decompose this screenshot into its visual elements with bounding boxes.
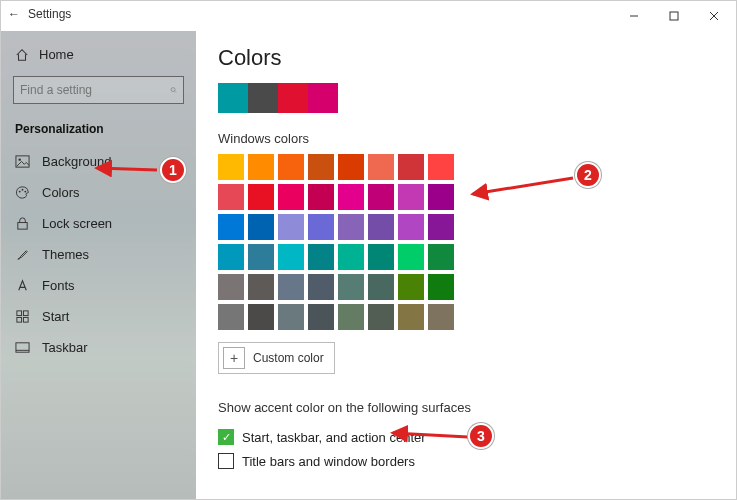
back-button[interactable]: ← [8, 7, 20, 21]
sidebar-item-start[interactable]: Start [1, 301, 196, 332]
color-swatch[interactable] [218, 274, 244, 300]
custom-color-button[interactable]: + Custom color [218, 342, 335, 374]
color-swatch[interactable] [218, 244, 244, 270]
color-swatch[interactable] [368, 304, 394, 330]
font-icon [15, 278, 30, 293]
color-swatch[interactable] [338, 214, 364, 240]
color-swatch[interactable] [248, 244, 274, 270]
checkbox-label: Title bars and window borders [242, 454, 415, 469]
close-button[interactable] [694, 2, 734, 30]
color-swatch[interactable] [398, 184, 424, 210]
svg-rect-15 [23, 317, 28, 322]
recent-color-swatch[interactable] [278, 83, 308, 113]
svg-line-20 [393, 433, 468, 437]
color-swatch[interactable] [368, 154, 394, 180]
color-swatch[interactable] [248, 304, 274, 330]
annotation-arrow-2 [468, 172, 578, 206]
svg-rect-12 [17, 311, 22, 316]
color-swatch[interactable] [428, 214, 454, 240]
svg-rect-14 [17, 317, 22, 322]
color-swatch[interactable] [278, 244, 304, 270]
color-swatch[interactable] [368, 214, 394, 240]
checkbox[interactable] [218, 429, 234, 445]
brush-icon [15, 247, 30, 262]
checkbox-row[interactable]: Title bars and window borders [218, 449, 714, 473]
sidebar-item-themes[interactable]: Themes [1, 239, 196, 270]
annotation-badge-3: 3 [468, 423, 494, 449]
color-swatch[interactable] [398, 214, 424, 240]
color-swatch[interactable] [308, 244, 334, 270]
color-swatch[interactable] [338, 304, 364, 330]
color-swatch[interactable] [308, 184, 334, 210]
color-swatch[interactable] [428, 154, 454, 180]
titlebar [1, 1, 736, 31]
color-swatch[interactable] [368, 274, 394, 300]
palette-icon [15, 185, 30, 200]
sidebar: Home Personalization BackgroundColorsLoc… [1, 31, 196, 499]
color-swatch[interactable] [278, 214, 304, 240]
windows-colors-label: Windows colors [218, 131, 714, 146]
color-swatch[interactable] [278, 184, 304, 210]
color-swatch[interactable] [368, 184, 394, 210]
sidebar-item-label: Lock screen [42, 216, 112, 231]
svg-line-18 [97, 168, 157, 170]
color-swatch[interactable] [248, 154, 274, 180]
window-title: Settings [28, 7, 71, 21]
sidebar-item-label: Colors [42, 185, 80, 200]
color-swatch[interactable] [278, 274, 304, 300]
annotation-badge-2: 2 [575, 162, 601, 188]
home-icon [15, 48, 29, 62]
color-swatch[interactable] [338, 244, 364, 270]
color-swatch[interactable] [338, 154, 364, 180]
color-grid [218, 154, 454, 330]
color-swatch[interactable] [308, 154, 334, 180]
color-swatch[interactable] [398, 304, 424, 330]
color-swatch[interactable] [338, 184, 364, 210]
search-icon [170, 83, 177, 97]
color-swatch[interactable] [428, 184, 454, 210]
color-swatch[interactable] [308, 304, 334, 330]
checkbox[interactable] [218, 453, 234, 469]
color-swatch[interactable] [278, 154, 304, 180]
surfaces-header: Show accent color on the following surfa… [218, 400, 714, 415]
annotation-arrow-3 [388, 425, 473, 449]
minimize-button[interactable] [614, 2, 654, 30]
annotation-badge-1: 1 [160, 157, 186, 183]
color-swatch[interactable] [218, 154, 244, 180]
recent-colors [218, 83, 714, 113]
sidebar-item-taskbar[interactable]: Taskbar [1, 332, 196, 363]
color-swatch[interactable] [308, 214, 334, 240]
color-swatch[interactable] [368, 244, 394, 270]
lock-icon [15, 216, 30, 231]
color-swatch[interactable] [398, 244, 424, 270]
color-swatch[interactable] [218, 184, 244, 210]
color-swatch[interactable] [428, 304, 454, 330]
color-swatch[interactable] [308, 274, 334, 300]
color-swatch[interactable] [278, 304, 304, 330]
color-swatch[interactable] [428, 274, 454, 300]
sidebar-item-label: Start [42, 309, 69, 324]
color-swatch[interactable] [248, 214, 274, 240]
color-swatch[interactable] [248, 184, 274, 210]
sidebar-item-label: Taskbar [42, 340, 88, 355]
svg-rect-11 [18, 223, 27, 230]
sidebar-item-fonts[interactable]: Fonts [1, 270, 196, 301]
search-input[interactable] [20, 83, 170, 97]
sidebar-home[interactable]: Home [1, 39, 196, 70]
color-swatch[interactable] [218, 304, 244, 330]
color-swatch[interactable] [398, 274, 424, 300]
color-swatch[interactable] [338, 274, 364, 300]
recent-color-swatch[interactable] [248, 83, 278, 113]
recent-color-swatch[interactable] [218, 83, 248, 113]
color-swatch[interactable] [428, 244, 454, 270]
settings-window: ← Settings Home Personalization Backgrou… [0, 0, 737, 500]
svg-point-8 [19, 191, 21, 193]
color-swatch[interactable] [218, 214, 244, 240]
search-box[interactable] [13, 76, 184, 104]
color-swatch[interactable] [248, 274, 274, 300]
plus-icon: + [223, 347, 245, 369]
color-swatch[interactable] [398, 154, 424, 180]
recent-color-swatch[interactable] [308, 83, 338, 113]
sidebar-item-lock-screen[interactable]: Lock screen [1, 208, 196, 239]
maximize-button[interactable] [654, 2, 694, 30]
